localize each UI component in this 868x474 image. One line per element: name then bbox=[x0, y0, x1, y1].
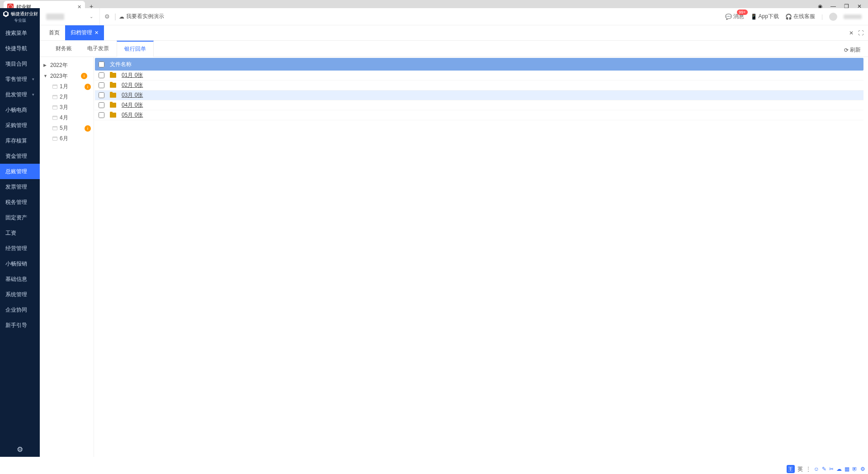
tree-month-5月[interactable]: 5月i bbox=[40, 123, 94, 133]
sidebar-item-批发管理[interactable]: 批发管理▾ bbox=[0, 87, 40, 102]
sidebar-item-零售管理[interactable]: 零售管理▾ bbox=[0, 71, 40, 87]
tab-首页[interactable]: 首页 bbox=[43, 25, 65, 40]
app-download-button[interactable]: 📱 App下载 bbox=[750, 13, 779, 20]
file-name-link[interactable]: 01月 0张 bbox=[122, 71, 143, 79]
sidebar-item-label: 工资 bbox=[5, 229, 16, 237]
chevron-down-icon: ▾ bbox=[32, 92, 34, 97]
row-checkbox[interactable] bbox=[99, 92, 104, 98]
tree-month-label: 4月 bbox=[60, 114, 68, 122]
folder-icon bbox=[110, 83, 116, 88]
cloud-icon: ☁ bbox=[119, 14, 124, 20]
sidebar-item-小畅电商[interactable]: 小畅电商 bbox=[0, 102, 40, 118]
file-name-link[interactable]: 03月 0张 bbox=[122, 91, 143, 99]
sidebar-item-工资[interactable]: 工资 bbox=[0, 225, 40, 241]
tree-month-3月[interactable]: 3月 bbox=[40, 102, 94, 113]
row-checkbox[interactable] bbox=[99, 112, 104, 118]
file-name-link[interactable]: 02月 0张 bbox=[122, 81, 143, 89]
messages-button[interactable]: 💬 消息 99+ bbox=[725, 13, 744, 20]
download-label: App下载 bbox=[759, 13, 779, 20]
fullscreen-icon[interactable]: ⛶ bbox=[858, 30, 863, 36]
sidebar-item-label: 小畅电商 bbox=[5, 106, 27, 114]
caret-down-icon: ▼ bbox=[43, 74, 48, 78]
settings-button[interactable]: ⚙ bbox=[0, 441, 40, 457]
close-all-tabs-icon[interactable]: ✕ bbox=[849, 30, 854, 36]
online-service-button[interactable]: 🎧 在线客服 bbox=[785, 13, 815, 20]
tree-month-1月[interactable]: 1月i bbox=[40, 81, 94, 92]
company-selector[interactable]: ⌄ bbox=[40, 8, 100, 25]
sidebar-item-固定资产[interactable]: 固定资产 bbox=[0, 210, 40, 225]
logo-icon bbox=[2, 10, 9, 18]
row-checkbox[interactable] bbox=[99, 102, 104, 108]
file-name-link[interactable]: 04月 0张 bbox=[122, 101, 143, 109]
sub-tab-电子发票[interactable]: 电子发票 bbox=[80, 41, 117, 57]
alert-badge: i bbox=[85, 84, 91, 90]
tab-label: 归档管理 bbox=[71, 29, 92, 37]
sidebar-item-搜索菜单[interactable]: 搜索菜单 bbox=[0, 25, 40, 41]
folder-icon bbox=[52, 126, 57, 130]
file-row[interactable]: 02月 0张 bbox=[95, 81, 863, 90]
select-all-checkbox[interactable] bbox=[99, 62, 104, 67]
file-name-link[interactable]: 05月 0张 bbox=[122, 111, 143, 119]
sidebar-item-label: 资金管理 bbox=[5, 152, 27, 160]
tree-year-label: 2023年 bbox=[50, 72, 68, 80]
sidebar-item-发票管理[interactable]: 发票管理 bbox=[0, 179, 40, 194]
sidebar-item-企业协同[interactable]: 企业协同 bbox=[0, 302, 40, 318]
messages-badge: 99+ bbox=[737, 9, 747, 15]
demo-link-label: 我要看实例演示 bbox=[126, 13, 164, 20]
file-row[interactable]: 05月 0张 bbox=[95, 110, 863, 120]
gear-icon[interactable]: ⚙ bbox=[104, 13, 110, 20]
sidebar-item-小畅报销[interactable]: 小畅报销 bbox=[0, 256, 40, 271]
file-row[interactable]: 04月 0张 bbox=[95, 100, 863, 110]
alert-badge: i bbox=[85, 125, 91, 132]
sidebar-item-系统管理[interactable]: 系统管理 bbox=[0, 287, 40, 302]
sidebar-item-总账管理[interactable]: 总账管理 bbox=[0, 164, 40, 179]
sidebar-item-项目合同[interactable]: 项目合同 bbox=[0, 56, 40, 71]
folder-icon bbox=[52, 95, 57, 99]
row-checkbox[interactable] bbox=[99, 72, 104, 78]
sidebar-item-资金管理[interactable]: 资金管理 bbox=[0, 148, 40, 164]
tree-month-6月[interactable]: 6月 bbox=[40, 133, 94, 144]
folder-icon bbox=[52, 116, 57, 120]
tree-month-label: 5月 bbox=[60, 124, 68, 132]
sidebar-item-新手引导[interactable]: 新手引导 bbox=[0, 318, 40, 333]
avatar[interactable] bbox=[829, 13, 837, 21]
tree-month-2月[interactable]: 2月 bbox=[40, 92, 94, 102]
refresh-button[interactable]: ⟳ 刷新 bbox=[844, 46, 868, 57]
sidebar-item-label: 经营管理 bbox=[5, 245, 27, 252]
folder-icon bbox=[110, 73, 116, 78]
file-row[interactable]: 03月 0张 bbox=[95, 90, 863, 100]
tab-归档管理[interactable]: 归档管理✕ bbox=[65, 25, 104, 40]
app-logo: 畅捷通好业财 专业版 bbox=[0, 8, 40, 25]
row-checkbox[interactable] bbox=[99, 82, 104, 88]
sidebar-item-快捷导航[interactable]: 快捷导航 bbox=[0, 41, 40, 56]
sidebar-item-采购管理[interactable]: 采购管理 bbox=[0, 118, 40, 133]
sidebar-item-label: 库存核算 bbox=[5, 137, 27, 145]
caret-right-icon: ▶ bbox=[43, 63, 48, 67]
folder-icon bbox=[52, 85, 57, 89]
sidebar: 畅捷通好业财 专业版 搜索菜单快捷导航项目合同零售管理▾批发管理▾小畅电商采购管… bbox=[0, 25, 40, 457]
tree-year-2022年[interactable]: ▶2022年 bbox=[40, 60, 94, 71]
sidebar-item-库存核算[interactable]: 库存核算 bbox=[0, 133, 40, 148]
alert-badge: i bbox=[81, 73, 87, 79]
tree-year-2023年[interactable]: ▼2023年i bbox=[40, 71, 94, 81]
sidebar-item-label: 采购管理 bbox=[5, 122, 27, 129]
sidebar-item-税务管理[interactable]: 税务管理 bbox=[0, 194, 40, 210]
sub-tab-财务账[interactable]: 财务账 bbox=[48, 41, 80, 57]
close-icon[interactable]: ✕ bbox=[94, 30, 99, 36]
folder-icon bbox=[110, 93, 116, 98]
file-row[interactable]: 01月 0张 bbox=[95, 71, 863, 81]
tree-month-label: 1月 bbox=[60, 83, 68, 90]
folder-icon bbox=[52, 137, 57, 141]
main-area: ⌄ ⚙ | ☁ 我要看实例演示 💬 消息 99+ 📱 App下载 bbox=[40, 25, 868, 457]
company-name-redacted bbox=[46, 14, 64, 20]
sidebar-item-label: 系统管理 bbox=[5, 291, 27, 299]
sidebar-item-label: 新手引导 bbox=[5, 322, 27, 329]
demo-link[interactable]: ☁ 我要看实例演示 bbox=[119, 13, 164, 20]
sub-tab-银行回单[interactable]: 银行回单 bbox=[117, 41, 154, 57]
sidebar-item-经营管理[interactable]: 经营管理 bbox=[0, 241, 40, 256]
tree-month-4月[interactable]: 4月 bbox=[40, 113, 94, 123]
sidebar-item-label: 批发管理 bbox=[5, 91, 27, 99]
chevron-down-icon: ▾ bbox=[32, 77, 34, 81]
tree-month-label: 2月 bbox=[60, 93, 68, 101]
sidebar-item-基础信息[interactable]: 基础信息 bbox=[0, 271, 40, 287]
